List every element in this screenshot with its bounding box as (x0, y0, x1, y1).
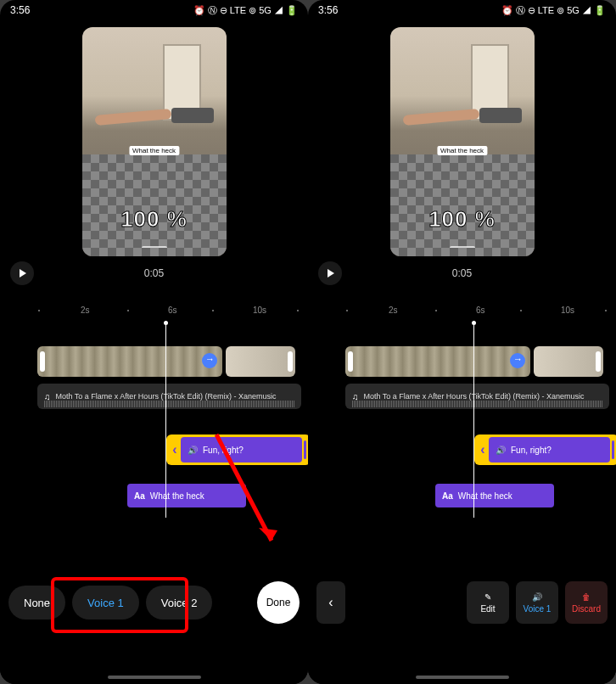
text-icon: Aa (442, 491, 453, 501)
speaker-icon: 🔊 (532, 592, 542, 602)
timecode: 0:05 (144, 267, 164, 279)
timeline[interactable]: 2s 6s 10s ♫ Moth To a Flame x After Hour… (308, 299, 616, 684)
right-screen: 3:56 ⏰ Ⓝ ⊖ LTE ⊚ 5G ◢ 🔋 What the heck 10… (308, 0, 616, 684)
text-label: What the heck (458, 491, 512, 501)
time-ruler: 2s 6s 10s (0, 304, 308, 321)
audio-track[interactable]: ♫ Moth To a Flame x After Hours (TikTok … (345, 384, 609, 409)
text-icon: Aa (134, 491, 145, 501)
video-preview[interactable]: What the heck 100 % (82, 27, 227, 256)
chevron-left-icon[interactable]: ‹ (169, 442, 181, 457)
status-icons: ⏰ Ⓝ ⊖ LTE ⊚ 5G ◢ 🔋 (501, 4, 606, 17)
status-icons: ⏰ Ⓝ ⊖ LTE ⊚ 5G ◢ 🔋 (193, 4, 298, 17)
status-bar: 3:56 ⏰ Ⓝ ⊖ LTE ⊚ 5G ◢ 🔋 (308, 0, 616, 20)
voice-none-button[interactable]: None (8, 586, 65, 620)
voice-clip[interactable]: ‹ 🔊 Fun, right? (166, 435, 308, 465)
edit-button[interactable]: ✎ Edit (467, 581, 509, 624)
voice-label: Fun, right? (511, 446, 552, 455)
timeline[interactable]: 2s 6s 10s ♫ Moth To a Flame x After Hour… (0, 299, 308, 684)
speaker-icon: 🔊 (496, 446, 506, 455)
voice-2-button[interactable]: Voice 2 (146, 586, 213, 620)
transition-icon[interactable] (202, 353, 217, 368)
discard-button[interactable]: 🗑 Discard (565, 581, 608, 624)
gesture-bar[interactable] (416, 676, 509, 679)
voice-label: Fun, right? (203, 446, 244, 455)
percent-overlay: 100 % (428, 206, 496, 233)
caption-overlay: What the heck (437, 146, 487, 155)
pencil-icon: ✎ (484, 592, 491, 602)
play-button[interactable] (318, 261, 342, 285)
voice-1-button[interactable]: Voice 1 (72, 586, 139, 620)
video-preview[interactable]: What the heck 100 % (390, 27, 535, 256)
caption-overlay: What the heck (129, 146, 179, 155)
video-track[interactable] (345, 346, 609, 377)
percent-overlay: 100 % (120, 206, 188, 233)
speaker-icon: 🔊 (188, 446, 198, 455)
status-time: 3:56 (318, 4, 338, 16)
status-bar: 3:56 ⏰ Ⓝ ⊖ LTE ⊚ 5G ◢ 🔋 (0, 0, 308, 20)
play-button[interactable] (10, 261, 34, 285)
waveform (44, 401, 294, 407)
back-button[interactable]: ‹ (316, 581, 345, 624)
timecode: 0:05 (452, 267, 472, 279)
music-note-icon: ♫ (352, 392, 359, 401)
done-button[interactable]: Done (257, 581, 300, 624)
playhead[interactable] (473, 322, 474, 518)
video-clip-1[interactable] (37, 346, 222, 377)
status-time: 3:56 (10, 4, 30, 16)
playhead[interactable] (165, 322, 166, 518)
text-label: What the heck (150, 491, 204, 501)
transition-icon[interactable] (510, 353, 525, 368)
trash-icon: 🗑 (582, 592, 591, 602)
voice-clip[interactable]: ‹ 🔊 Fun, right? (474, 435, 616, 465)
edit-toolbar: ‹ ✎ Edit 🔊 Voice 1 🗑 Discard (308, 579, 616, 626)
gesture-bar[interactable] (108, 676, 201, 679)
time-ruler: 2s 6s 10s (308, 304, 616, 321)
waveform (352, 401, 602, 407)
video-clip-2[interactable] (534, 346, 603, 377)
text-clip[interactable]: Aa What the heck (127, 484, 246, 507)
left-screen: 3:56 ⏰ Ⓝ ⊖ LTE ⊚ 5G ◢ 🔋 What the heck 10… (0, 0, 308, 684)
video-track[interactable] (37, 346, 301, 377)
audio-track[interactable]: ♫ Moth To a Flame x After Hours (TikTok … (37, 384, 301, 409)
video-clip-1[interactable] (345, 346, 530, 377)
preview-area: What the heck 100 % 0:05 (308, 20, 616, 292)
voice-options-bar: None Voice 1 Voice 2 Done (0, 579, 308, 626)
music-note-icon: ♫ (44, 392, 51, 401)
preview-area: What the heck 100 % 0:05 (0, 20, 308, 292)
voice-1-button[interactable]: 🔊 Voice 1 (516, 581, 558, 624)
chevron-left-icon[interactable]: ‹ (477, 442, 489, 457)
video-clip-2[interactable] (226, 346, 295, 377)
text-clip[interactable]: Aa What the heck (435, 484, 554, 507)
